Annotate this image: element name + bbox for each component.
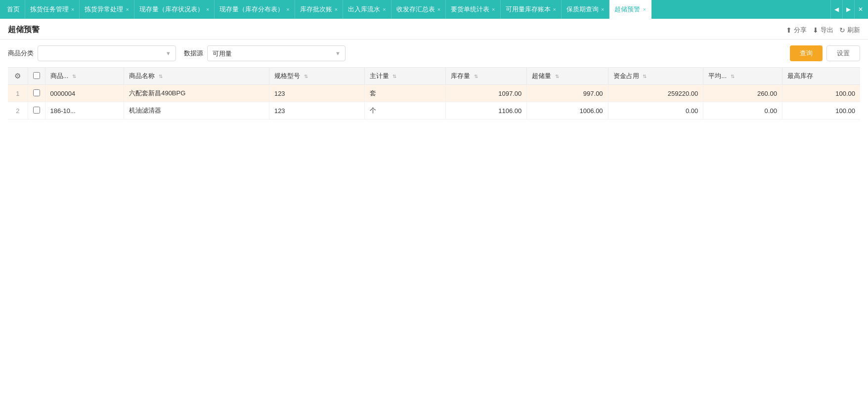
share-button[interactable]: ⬆ 分享 [786,26,807,35]
nav-tab-close-batch[interactable]: × [335,6,338,12]
nav-arrows: ◀ ▶ ✕ [830,0,866,19]
export-icon: ⬇ [813,26,819,34]
page-container: 超储预警 ⬆ 分享 ⬇ 导出 ↻ 刷新 商品分类 ▼ [0,19,868,395]
col-header-avg[interactable]: 平均... ⇅ [703,68,782,85]
row-spec-0: 123 [269,85,364,102]
category-filter-group: 商品分类 ▼ [8,45,176,61]
row-sku-code-0: 0000004 [45,85,124,102]
nav-tab-close-abnormal[interactable]: × [126,6,129,12]
table-gear-icon[interactable]: ⚙ [14,72,21,80]
row-max-stock-1: 100.00 [782,102,860,119]
col-header-checkbox [28,68,45,85]
sort-icon-capital: ⇅ [643,74,647,79]
col-header-spec[interactable]: 规格型号 ⇅ [269,68,364,85]
row-avg-1: 0.00 [703,102,782,119]
nav-arrow-left[interactable]: ◀ [830,0,842,19]
datasource-label: 数据源 [184,49,203,58]
nav-tab-close-overstock[interactable]: × [643,6,646,12]
col-header-sku-code[interactable]: 商品... ⇅ [45,68,124,85]
nav-tab-close-summary[interactable]: × [437,6,440,12]
table-row: 1 0000004 六配套新昌490BPG 123 套 1097.00 997.… [8,85,860,102]
row-unit-0: 套 [364,85,445,102]
nav-tab-inout-flow[interactable]: 出入库流水 × [343,0,391,19]
datasource-select[interactable]: 可用量 库存量 [207,45,346,61]
sort-icon-overstock: ⇅ [555,74,559,79]
row-num-0: 1 [8,85,28,102]
sort-icon-sku-code: ⇅ [72,74,76,79]
row-spec-1: 123 [269,102,364,119]
row-checkbox-col-0 [28,85,45,102]
row-unit-1: 个 [364,102,445,119]
category-select-wrapper: ▼ [38,45,176,61]
row-sku-name-0: 六配套新昌490BPG [124,85,269,102]
nav-tab-inventory-status[interactable]: 现存量（库存状况表） × [134,0,215,19]
nav-tab-avail-account[interactable]: 可用量库存账本 × [501,0,562,19]
sort-icon-stock: ⇅ [474,74,478,79]
filter-actions: 查询 设置 [790,45,860,61]
row-stock-0: 1097.00 [445,85,526,102]
col-header-overstock[interactable]: 超储量 ⇅ [527,68,608,85]
row-overstock-0: 997.00 [527,85,608,102]
data-table: ⚙ 商品... ⇅ 商品名称 ⇅ 规格型号 ⇅ [8,67,860,119]
col-header-sku-name[interactable]: 商品名称 ⇅ [124,68,269,85]
row-num-1: 2 [8,102,28,119]
nav-tab-task-mgmt[interactable]: 拣货任务管理 × [25,0,80,19]
nav-arrow-right[interactable]: ▶ [842,0,854,19]
row-avg-0: 260.00 [703,85,782,102]
nav-tab-batch[interactable]: 库存批次账 × [295,0,343,19]
table-row: 2 186-10... 机油滤清器 123 个 1106.00 1006.00 … [8,102,860,119]
table-container: ⚙ 商品... ⇅ 商品名称 ⇅ 规格型号 ⇅ [0,67,868,119]
nav-tab-close-inout-flow[interactable]: × [383,6,386,12]
nav-tab-expiry[interactable]: 保质期查询 × [562,0,609,19]
query-button[interactable]: 查询 [790,45,823,61]
row-sku-code-1: 186-10... [45,102,124,119]
nav-tab-overstock[interactable]: 超储预警 × [609,0,651,19]
refresh-button[interactable]: ↻ 刷新 [839,26,860,35]
nav-tab-inventory-dist[interactable]: 现存量（库存分布表） × [215,0,295,19]
select-all-checkbox[interactable] [33,72,40,79]
page-title: 超储预警 [8,25,40,35]
col-header-unit[interactable]: 主计量 ⇅ [364,68,445,85]
page-header: 超储预警 ⬆ 分享 ⬇ 导出 ↻ 刷新 [0,19,868,40]
settings-button[interactable]: 设置 [826,45,860,61]
sort-icon-spec: ⇅ [304,74,308,79]
row-checkbox-0[interactable] [33,89,40,96]
share-icon: ⬆ [786,26,792,34]
datasource-filter-group: 数据源 可用量 库存量 ▼ [184,45,346,61]
nav-tab-close-inventory-dist[interactable]: × [286,6,289,12]
nav-tab-close-req-stat[interactable]: × [492,6,495,12]
sort-icon-unit: ⇅ [392,74,396,79]
nav-arrow-close[interactable]: ✕ [854,0,866,19]
nav-tab-abnormal[interactable]: 拣货异常处理 × [80,0,134,19]
table-header-row: ⚙ 商品... ⇅ 商品名称 ⇅ 规格型号 ⇅ [8,68,860,85]
nav-tab-req-stat[interactable]: 要货单统计表 × [446,0,500,19]
sort-icon-avg: ⇅ [731,74,735,79]
header-actions: ⬆ 分享 ⬇ 导出 ↻ 刷新 [786,26,860,35]
nav-tab-close-inventory-status[interactable]: × [206,6,209,12]
col-header-capital[interactable]: 资金占用 ⇅ [608,68,703,85]
row-capital-0: 259220.00 [608,85,703,102]
category-label: 商品分类 [8,49,34,58]
nav-tab-close-avail-account[interactable]: × [553,6,556,12]
refresh-icon: ↻ [839,26,845,34]
col-header-stock[interactable]: 库存量 ⇅ [445,68,526,85]
row-checkbox-col-1 [28,102,45,119]
nav-tab-close-expiry[interactable]: × [601,6,604,12]
nav-tab-home[interactable]: 首页 [2,0,25,19]
sort-icon-sku-name: ⇅ [159,74,163,79]
row-capital-1: 0.00 [608,102,703,119]
datasource-select-wrapper: 可用量 库存量 ▼ [207,45,346,61]
top-nav: 首页 拣货任务管理 × 拣货异常处理 × 现存量（库存状况表） × 现存量（库存… [0,0,868,19]
nav-tab-summary[interactable]: 收发存汇总表 × [391,0,446,19]
col-header-max-stock[interactable]: 最高库存 [782,68,860,85]
row-stock-1: 1106.00 [445,102,526,119]
nav-tab-close-task-mgmt[interactable]: × [71,6,74,12]
export-button[interactable]: ⬇ 导出 [813,26,833,35]
row-sku-name-1: 机油滤清器 [124,102,269,119]
filter-bar: 商品分类 ▼ 数据源 可用量 库存量 ▼ 查询 设置 [0,40,868,67]
row-checkbox-1[interactable] [33,107,40,114]
col-header-settings: ⚙ [8,68,28,85]
row-max-stock-0: 100.00 [782,85,860,102]
category-select[interactable] [38,45,176,61]
row-overstock-1: 1006.00 [527,102,608,119]
